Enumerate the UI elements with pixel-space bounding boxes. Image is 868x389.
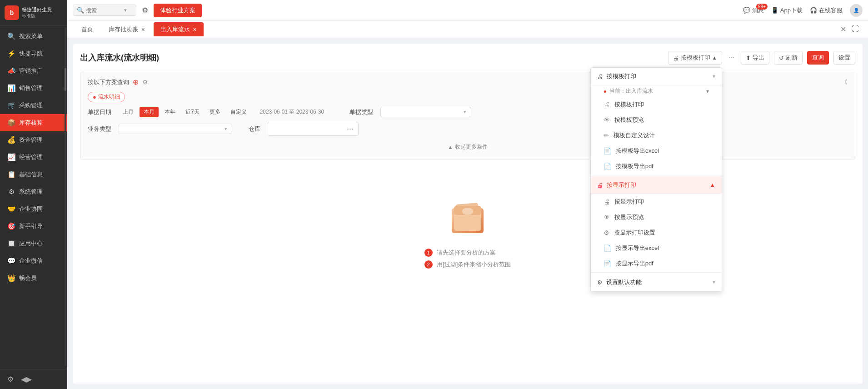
filter-date-custom[interactable]: 自定义 xyxy=(226,107,251,117)
filter-collapse-button[interactable]: ▲ 收起更多条件 xyxy=(88,140,848,154)
filter-date-range: 2023-06-01 至 2023-06-30 xyxy=(260,108,324,116)
sidebar-item-system[interactable]: ⚙ 系统管理 xyxy=(0,183,67,200)
sidebar-item-inventory[interactable]: 📦 库存核算 xyxy=(0,114,67,131)
dropdown-display-excel-item[interactable]: 📄 按显示导出excel xyxy=(591,240,722,256)
tab-batch-close-icon[interactable]: ✕ xyxy=(141,27,145,33)
dropdown-dexcel-icon: 📄 xyxy=(604,244,611,252)
settings-gear-icon[interactable]: ⚙ xyxy=(7,375,14,384)
tab-flow-close-icon[interactable]: ✕ xyxy=(193,27,197,33)
filter-tag-liushui[interactable]: ● 流水明细 xyxy=(88,92,125,102)
sidebar-item-enterprise[interactable]: 🤝 企业协同 xyxy=(0,200,67,218)
filter-date-last-month[interactable]: 上月 xyxy=(119,107,138,117)
sidebar-item-operations[interactable]: 📈 经营管理 xyxy=(0,149,67,166)
member-icon: 👑 xyxy=(7,274,15,282)
message-button[interactable]: 💬 消息 99+ xyxy=(743,6,764,15)
dropdown-template-print-item[interactable]: 🖨 按模板打印 xyxy=(591,97,722,112)
refresh-button[interactable]: ↺ 刷新 xyxy=(774,51,803,65)
template-print-wrapper: 🖨 按模板打印 ▲ 🖨 按模板打印 xyxy=(668,51,722,65)
filter-date-7days[interactable]: 近7天 xyxy=(181,107,204,117)
sidebar-item-guide[interactable]: 🎯 新手引导 xyxy=(0,218,67,235)
filter-settings-icon[interactable]: ⚙ xyxy=(142,79,148,86)
sidebar-item-marketing[interactable]: 📣 营销推广 xyxy=(0,62,67,80)
svg-point-5 xyxy=(462,208,473,215)
sidebar-scrolltrack xyxy=(65,27,66,366)
filter-date-this-year[interactable]: 本年 xyxy=(160,107,180,117)
dropdown-pdf-icon: 📄 xyxy=(604,163,611,170)
dropdown-display-preview-item[interactable]: 👁 按显示预览 xyxy=(591,209,722,225)
close-window-icon[interactable]: ✕ xyxy=(838,23,848,35)
content-area: 出入库流水(流水明细) 🖨 按模板打印 ▲ xyxy=(67,38,868,389)
filter-date-more[interactable]: 更多 xyxy=(205,107,224,117)
warehouse-more-icon[interactable]: ··· xyxy=(347,124,354,134)
collapse-sidebar-icon[interactable]: ◀▶ xyxy=(21,375,32,384)
settings-button[interactable]: 设置 xyxy=(833,51,855,65)
expand-window-icon[interactable]: ⛶ xyxy=(850,23,861,35)
dropdown-default-function[interactable]: ⚙ 设置默认功能 ▾ xyxy=(591,274,722,291)
dropdown-dprinter-icon: 🖨 xyxy=(604,198,610,205)
filter-date-this-month[interactable]: 本月 xyxy=(140,107,159,117)
topbar: 🔍 ▾ ⚙ 体验行业方案 💬 消息 99+ 📱 App下载 🎧 在线客服 👤 xyxy=(67,0,868,21)
customer-service-button[interactable]: 🎧 在线客服 xyxy=(810,6,843,15)
app-download-button[interactable]: 📱 App下载 xyxy=(771,6,803,15)
refresh-icon: ↺ xyxy=(779,55,784,61)
sidebar-item-finance[interactable]: 💰 资金管理 xyxy=(0,131,67,149)
search-dropdown-icon[interactable]: ▾ xyxy=(124,7,127,13)
sidebar-item-shortcuts[interactable]: ⚡ 快捷导航 xyxy=(0,45,67,62)
filter-bill-type-label: 单据类型 xyxy=(349,108,373,116)
dropdown-template-arrow-icon: ▾ xyxy=(713,73,715,80)
sidebar-item-basic[interactable]: 📋 基础信息 xyxy=(0,166,67,183)
tabs-window-controls: ✕ ⛶ xyxy=(838,23,861,35)
dropdown-current-arrow-icon: ▾ xyxy=(706,88,709,95)
app-logo-icon: b xyxy=(5,5,19,20)
sidebar-item-purchase[interactable]: 🛒 采购管理 xyxy=(0,97,67,114)
main-area: 🔍 ▾ ⚙ 体验行业方案 💬 消息 99+ 📱 App下载 🎧 在线客服 👤 xyxy=(67,0,868,389)
export-button[interactable]: ⬆ 导出 xyxy=(741,51,769,65)
dropdown-display-pdf-item[interactable]: 📄 按显示导出pdf xyxy=(591,256,722,271)
sidebar-item-search[interactable]: 🔍 搜索菜单 xyxy=(0,28,67,45)
template-print-button[interactable]: 🖨 按模板打印 ▲ xyxy=(668,51,722,65)
tab-home[interactable]: 首页 xyxy=(75,22,100,36)
dropdown-display-print-settings-item[interactable]: ⚙ 按显示打印设置 xyxy=(591,225,722,240)
sidebar-item-member[interactable]: 👑 畅会员 xyxy=(0,269,67,287)
filter-header-label: 按以下方案查询 xyxy=(88,78,129,86)
bill-type-dropdown-icon: ▾ xyxy=(464,109,466,115)
dot-icon: ● xyxy=(604,88,607,95)
sidebar-item-sales[interactable]: 📊 销售管理 xyxy=(0,80,67,97)
purchase-icon: 🛒 xyxy=(7,101,15,110)
filter-bill-type-select[interactable]: ▾ xyxy=(380,107,471,117)
filter-tag-icon: ● xyxy=(93,94,96,100)
sidebar-item-wechat[interactable]: 💬 企业微信 xyxy=(0,252,67,269)
query-button[interactable]: 查询 xyxy=(807,51,829,65)
dropdown-display-print-header[interactable]: 🖨 按显示打印 ▲ xyxy=(591,176,722,194)
filter-add-button[interactable]: ⊕ xyxy=(133,78,139,86)
dropdown-template-preview-item[interactable]: 👁 按模板预览 xyxy=(591,112,722,128)
tab-batch[interactable]: 库存批次账 ✕ xyxy=(102,22,152,36)
trial-industry-button[interactable]: 体验行业方案 xyxy=(154,4,202,17)
user-avatar[interactable]: 👤 xyxy=(850,4,863,17)
dropdown-printer-icon: 🖨 xyxy=(597,73,603,80)
filter-warehouse-select[interactable]: ··· xyxy=(268,122,359,136)
app-logo-text: 畅捷通好生意 标准版 xyxy=(22,6,52,19)
tab-flow[interactable]: 出入库流水 ✕ xyxy=(154,22,204,36)
filter-business-type-select[interactable]: ▾ xyxy=(119,124,232,134)
topbar-search-box[interactable]: 🔍 ▾ xyxy=(73,5,136,16)
search-input[interactable] xyxy=(86,7,122,14)
filter-date-row: 单据日期 上月 本月 本年 近7天 更多 自定义 2023-06-01 至 20… xyxy=(88,107,848,117)
dropdown-template-custom-item[interactable]: ✏ 模板自定义设计 xyxy=(591,128,722,143)
more-actions-icon[interactable]: ··· xyxy=(727,54,736,62)
sidebar-item-appcenter[interactable]: 🔲 应用中心 xyxy=(0,235,67,252)
dropdown-template-excel-item[interactable]: 📄 按模板导出excel xyxy=(591,143,722,159)
dropdown-template-pdf-item[interactable]: 📄 按模板导出pdf xyxy=(591,159,722,174)
appcenter-icon: 🔲 xyxy=(7,239,15,248)
filter-collapse-icon[interactable]: 《 xyxy=(841,78,848,86)
dropdown-template-print-header[interactable]: 🖨 按模板打印 ▾ xyxy=(591,68,722,85)
sales-icon: 📊 xyxy=(7,84,15,92)
page-container: 出入库流水(流水明细) 🖨 按模板打印 ▲ xyxy=(73,44,863,384)
page-header: 出入库流水(流水明细) 🖨 按模板打印 ▲ xyxy=(80,51,855,65)
dropdown-printer2-icon: 🖨 xyxy=(604,101,610,108)
dropdown-display-printer-icon: 🖨 xyxy=(597,182,603,189)
topbar-gear-icon[interactable]: ⚙ xyxy=(140,4,150,16)
dropdown-display-print-item[interactable]: 🖨 按显示打印 xyxy=(591,194,722,209)
topbar-right: 💬 消息 99+ 📱 App下载 🎧 在线客服 👤 xyxy=(743,4,863,17)
search-input-icon: 🔍 xyxy=(77,7,84,14)
